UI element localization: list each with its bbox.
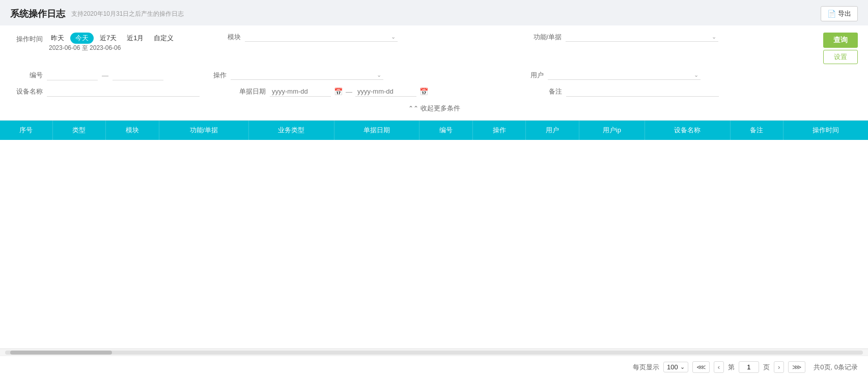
1month-btn[interactable]: 近1月 — [123, 33, 148, 44]
col-number: 编号 — [419, 121, 472, 140]
yesterday-btn[interactable]: 昨天 — [47, 33, 68, 44]
table-area: 序号 类型 模块 功能/单据 业务类型 单据日期 编号 操作 用户 用户ip 设… — [0, 121, 868, 348]
number-dash: — — [102, 72, 108, 79]
page-wrapper: 系统操作日志 支持2020年10月31日之后产生的操作日志 📄 导出 操作时间 … — [0, 0, 868, 378]
settings-button[interactable]: 设置 — [823, 50, 858, 64]
7days-btn[interactable]: 近7天 — [96, 33, 121, 44]
date-range: 📅 — 📅 — [270, 86, 428, 97]
per-page-arrow: ⌄ — [680, 364, 685, 370]
time-filter-group: 操作时间 昨天 今天 近7天 近1月 自定义 2023-06-06 至 2023… — [10, 33, 178, 52]
col-operation: 操作 — [472, 121, 525, 140]
table-header: 序号 类型 模块 功能/单据 业务类型 单据日期 编号 操作 用户 用户ip 设… — [0, 121, 868, 140]
date-from-input[interactable] — [270, 86, 331, 97]
collapse-icon: ⌃⌃ — [408, 105, 418, 112]
scrollbar-thumb[interactable] — [10, 351, 112, 355]
user-label: 用户 — [503, 71, 544, 80]
pagination-area: 每页显示 100 ⌄ ⋘ ‹ 第 页 › ⋙ 共0页, 0条记录 — [0, 356, 868, 378]
module-select[interactable]: ⌄ — [245, 33, 398, 42]
main-content: 序号 类型 模块 功能/单据 业务类型 单据日期 编号 操作 用户 用户ip 设… — [0, 121, 868, 378]
remark-input[interactable] — [566, 86, 719, 97]
date-dash: — — [346, 88, 352, 96]
total-label: 共0页, 0条记录 — [814, 363, 858, 372]
col-biz-type: 业务类型 — [249, 121, 334, 140]
col-seq: 序号 — [0, 121, 52, 140]
time-controls: 昨天 今天 近7天 近1月 自定义 2023-06-06 至 2023-06-0… — [47, 33, 178, 52]
operation-dropdown-arrow: ⌄ — [377, 72, 381, 78]
time-buttons: 昨天 今天 近7天 近1月 自定义 — [47, 33, 178, 44]
function-label: 功能/单据 — [521, 33, 562, 42]
function-select[interactable]: ⌄ — [566, 33, 718, 42]
action-buttons: 查询 设置 — [823, 33, 858, 64]
number-to-input[interactable] — [113, 70, 163, 80]
col-function: 功能/单据 — [159, 121, 248, 140]
header-left: 系统操作日志 支持2020年10月31日之后产生的操作日志 — [10, 8, 184, 20]
col-module: 模块 — [106, 121, 159, 140]
page-label: 第 — [728, 363, 735, 372]
table-header-row: 序号 类型 模块 功能/单据 业务类型 单据日期 编号 操作 用户 用户ip 设… — [0, 121, 868, 140]
time-label: 操作时间 — [10, 35, 43, 44]
number-label: 编号 — [10, 71, 43, 80]
remark-filter-group: 备注 — [521, 86, 792, 97]
col-op-time: 操作时间 — [783, 121, 868, 140]
module-filter-group: 模块 ⌄ — [208, 33, 500, 42]
remark-label: 备注 — [521, 87, 562, 96]
page-title: 系统操作日志 — [10, 8, 65, 20]
export-button[interactable]: 📄 导出 — [821, 6, 858, 21]
number-range: — — [47, 70, 163, 80]
page-header: 系统操作日志 支持2020年10月31日之后产生的操作日志 📄 导出 — [0, 0, 868, 25]
custom-btn[interactable]: 自定义 — [150, 33, 178, 44]
operation-select[interactable]: ⌄ — [231, 71, 383, 80]
device-filter-group: 设备名称 — [10, 86, 200, 97]
today-btn[interactable]: 今天 — [70, 33, 94, 44]
operation-label: 操作 — [194, 71, 227, 80]
col-device: 设备名称 — [645, 121, 730, 140]
function-filter-group: 功能/单据 ⌄ — [521, 33, 813, 42]
export-label: 导出 — [838, 9, 851, 18]
calendar-to-icon[interactable]: 📅 — [419, 88, 428, 96]
col-doc-date: 单据日期 — [334, 121, 419, 140]
number-from-input[interactable] — [47, 70, 98, 80]
page-label2: 页 — [763, 363, 770, 372]
query-button[interactable]: 查询 — [823, 33, 858, 48]
next-page-button[interactable]: › — [774, 361, 784, 373]
export-icon: 📄 — [827, 10, 836, 18]
function-dropdown-arrow: ⌄ — [712, 34, 716, 40]
date-label: 单据日期 — [230, 87, 266, 96]
operation-filter-group: 操作 ⌄ — [194, 71, 483, 80]
last-page-button[interactable]: ⋙ — [788, 361, 805, 373]
collapse-button[interactable]: ⌃⌃ 收起更多条件 — [408, 104, 460, 113]
page-number-input[interactable] — [739, 361, 759, 373]
user-select[interactable]: ⌄ — [548, 71, 701, 80]
per-page-select[interactable]: 100 ⌄ — [663, 362, 688, 372]
filter-area: 操作时间 昨天 今天 近7天 近1月 自定义 2023-06-06 至 2023… — [0, 25, 868, 121]
col-user: 用户 — [526, 121, 579, 140]
user-dropdown-arrow: ⌄ — [694, 72, 698, 78]
page-subtitle: 支持2020年10月31日之后产生的操作日志 — [71, 10, 184, 18]
date-to-input[interactable] — [355, 86, 416, 97]
data-table: 序号 类型 模块 功能/单据 业务类型 单据日期 编号 操作 用户 用户ip 设… — [0, 121, 868, 140]
date-filter-group: 单据日期 📅 — 📅 — [230, 86, 501, 97]
per-page-label: 每页显示 — [633, 363, 659, 372]
time-range-display: 2023-06-06 至 2023-06-06 — [49, 44, 178, 52]
module-label: 模块 — [208, 33, 241, 42]
user-filter-group: 用户 ⌄ — [503, 71, 792, 80]
col-type: 类型 — [52, 121, 105, 140]
prev-page-button[interactable]: ‹ — [714, 361, 724, 373]
module-dropdown-arrow: ⌄ — [391, 34, 396, 40]
collapse-label: 收起更多条件 — [421, 104, 460, 113]
col-user-ip: 用户ip — [579, 121, 645, 140]
calendar-from-icon[interactable]: 📅 — [334, 88, 343, 96]
number-filter-group: 编号 — — [10, 70, 163, 80]
scrollbar-track — [5, 351, 863, 355]
horizontal-scrollbar[interactable] — [0, 348, 868, 356]
device-label: 设备名称 — [10, 87, 43, 96]
first-page-button[interactable]: ⋘ — [692, 361, 710, 373]
device-input[interactable] — [47, 86, 200, 97]
per-page-value: 100 — [667, 363, 678, 371]
collapse-row: ⌃⌃ 收起更多条件 — [10, 101, 858, 115]
col-remark: 备注 — [730, 121, 783, 140]
